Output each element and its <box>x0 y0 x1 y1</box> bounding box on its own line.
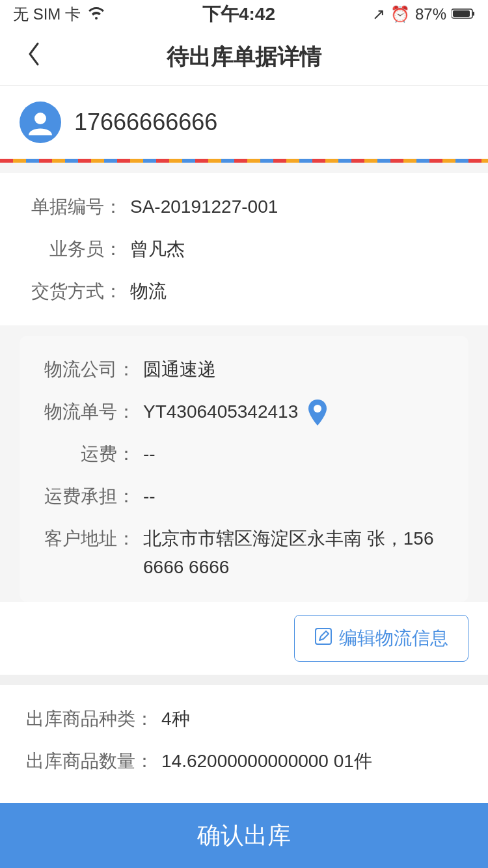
decorative-dashed-line <box>0 159 488 163</box>
nav-bar: 待出库单据详情 <box>0 29 488 86</box>
svg-rect-2 <box>453 10 470 17</box>
goods-types-label: 出库商品种类： <box>26 705 161 734</box>
address-row: 客户地址： 北京市市辖区海淀区永丰南 张，156 6666 6666 <box>39 524 449 583</box>
edit-logistics-button[interactable]: 编辑物流信息 <box>294 615 468 662</box>
sales-person-label: 业务员： <box>26 235 130 264</box>
sales-person-row: 业务员： 曾凡杰 <box>26 235 462 264</box>
battery-icon <box>452 5 475 23</box>
logistics-company-value: 圆通速递 <box>143 355 449 385</box>
goods-quantity-row: 出库商品数量： 14.62000000000000 01件 <box>26 747 462 776</box>
tracking-number-value: YT4306405342413 <box>143 398 449 427</box>
tracking-number-label: 物流单号： <box>39 398 143 427</box>
tracking-number-row: 物流单号： YT4306405342413 <box>39 398 449 427</box>
freight-value: -- <box>143 440 449 469</box>
status-right: ↗ ⏰ 87% <box>372 5 475 23</box>
goods-quantity-value: 14.62000000000000 01件 <box>161 747 462 776</box>
goods-types-value: 4种 <box>161 705 462 734</box>
edit-icon <box>314 627 332 650</box>
avatar <box>20 102 61 143</box>
location-pin-icon[interactable] <box>306 400 332 426</box>
basic-info-section: 单据编号： SA-20191227-001 业务员： 曾凡杰 交货方式： 物流 <box>0 173 488 325</box>
address-label: 客户地址： <box>39 524 143 554</box>
confirm-button-label: 确认出库 <box>197 820 291 852</box>
section-divider <box>0 675 488 685</box>
confirm-button[interactable]: 确认出库 <box>0 803 488 868</box>
carrier-text: 无 SIM 卡 <box>13 4 81 25</box>
wifi-icon <box>87 5 105 23</box>
svg-rect-1 <box>472 12 474 16</box>
address-value: 北京市市辖区海淀区永丰南 张，156 6666 6666 <box>143 524 449 583</box>
document-number-label: 单据编号： <box>26 193 130 222</box>
svg-rect-5 <box>316 629 331 644</box>
svg-point-4 <box>314 405 321 413</box>
alarm-icon: ⏰ <box>390 5 410 23</box>
tracking-number-text: YT4306405342413 <box>143 398 298 427</box>
freight-bearer-label: 运费承担： <box>39 482 143 511</box>
page-title: 待出库单据详情 <box>167 42 321 72</box>
sales-person-value: 曾凡杰 <box>130 235 462 264</box>
freight-bearer-value: -- <box>143 482 449 511</box>
status-left: 无 SIM 卡 <box>13 4 105 25</box>
svg-point-3 <box>34 113 46 124</box>
status-time: 下午4:42 <box>202 2 275 27</box>
document-number-row: 单据编号： SA-20191227-001 <box>26 193 462 222</box>
goods-quantity-label: 出库商品数量： <box>26 747 161 776</box>
logistics-company-label: 物流公司： <box>39 355 143 385</box>
freight-bearer-row: 运费承担： -- <box>39 482 449 511</box>
document-number-value: SA-20191227-001 <box>130 193 462 222</box>
delivery-method-label: 交货方式： <box>26 277 130 306</box>
logistics-card: 物流公司： 圆通速递 物流单号： YT4306405342413 运费： -- … <box>20 336 468 602</box>
delivery-method-value: 物流 <box>130 277 462 306</box>
logistics-company-row: 物流公司： 圆通速递 <box>39 355 449 385</box>
edit-button-container: 编辑物流信息 <box>0 602 488 675</box>
status-bar: 无 SIM 卡 下午4:42 ↗ ⏰ 87% <box>0 0 488 29</box>
back-button[interactable] <box>20 34 48 79</box>
battery-text: 87% <box>415 5 446 23</box>
edit-logistics-label: 编辑物流信息 <box>339 626 448 651</box>
location-icon: ↗ <box>372 5 385 23</box>
goods-types-row: 出库商品种类： 4种 <box>26 705 462 734</box>
goods-section: 出库商品种类： 4种 出库商品数量： 14.62000000000000 01件 <box>0 685 488 796</box>
delivery-method-row: 交货方式： 物流 <box>26 277 462 306</box>
freight-row: 运费： -- <box>39 440 449 469</box>
freight-label: 运费： <box>39 440 143 469</box>
user-header: 17666666666 <box>0 86 488 159</box>
user-phone: 17666666666 <box>74 109 217 136</box>
